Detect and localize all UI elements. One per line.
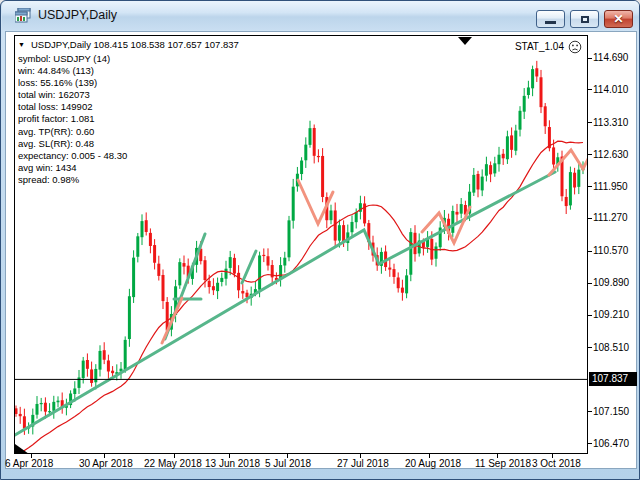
chart-client-area: ▼ USDJPY,Daily 108.415 108.538 107.657 1… — [5, 31, 637, 469]
candle-body — [317, 156, 320, 157]
candle-body — [552, 147, 555, 164]
indicator-name-label: STAT_1.04 — [432, 41, 564, 52]
candle-body — [48, 411, 51, 412]
candle-body — [162, 275, 165, 301]
price-axis-tick — [588, 122, 592, 123]
time-axis-label: 5 Jul 2018 — [265, 458, 311, 469]
candle-body — [498, 155, 501, 165]
sad-face-icon — [568, 40, 582, 54]
candle-body — [485, 164, 488, 175]
candle-body — [510, 135, 513, 149]
candle-body — [258, 255, 261, 289]
bid-price-label: 107.837 — [589, 372, 637, 386]
candle-body — [157, 264, 160, 276]
candle-body — [523, 96, 526, 112]
time-axis-label: 11 Sep 2018 — [475, 458, 531, 469]
time-axis-label: 30 Apr 2018 — [79, 458, 133, 469]
candle-body — [456, 212, 459, 215]
candle-body — [153, 245, 156, 263]
candle-body — [435, 246, 438, 258]
candle-body — [451, 211, 454, 233]
candle-body — [388, 268, 391, 270]
candle-body — [351, 222, 354, 232]
time-axis-label: 27 Jul 2018 — [337, 458, 389, 469]
price-axis-label: 114.010 — [593, 84, 637, 95]
candle-body — [540, 77, 543, 107]
candle-body — [300, 161, 303, 174]
price-axis-tick — [588, 283, 592, 284]
candle-body — [145, 220, 148, 232]
stat-line: expectancy: 0.005 - 48.30 — [18, 150, 127, 162]
indicator-stats-block: symbol: USDJPY (14)win: 44.84% (113)loss… — [18, 53, 127, 186]
price-axis-tick — [588, 347, 592, 348]
candle-body — [124, 340, 127, 370]
candle-body — [149, 233, 152, 246]
candle-body — [283, 258, 286, 266]
time-axis-label: 20 Aug 2018 — [405, 458, 461, 469]
stat-line: avg. SL(RR): 0.48 — [18, 138, 127, 150]
ohlc-info-text: USDJPY,Daily 108.415 108.538 107.657 107… — [31, 39, 239, 50]
candle-body — [94, 369, 97, 382]
candle-body — [535, 68, 538, 76]
candle-body — [338, 225, 341, 240]
price-axis-label: 111.950 — [593, 181, 637, 192]
candle-body — [141, 221, 144, 237]
price-axis-tick — [588, 251, 592, 252]
stat-line: total win: 162073 — [18, 89, 127, 101]
candle-body — [36, 404, 39, 415]
stat-line: total loss: 149902 — [18, 101, 127, 113]
candle-body — [82, 361, 85, 378]
stat-line: avg. TP(RR): 0.60 — [18, 126, 127, 138]
time-axis-label: 22 May 2018 — [144, 458, 202, 469]
candle-body — [241, 291, 244, 293]
candle-body — [183, 263, 186, 267]
chevron-down-icon: ▼ — [18, 41, 25, 48]
candle-body — [288, 220, 291, 257]
candle-body — [208, 281, 211, 287]
candle-body — [267, 256, 270, 265]
time-axis-label: 6 Apr 2018 — [5, 458, 53, 469]
chart-window: USDJPY,Daily ✕ ▼ USDJPY,Daily 108.415 10… — [0, 0, 640, 480]
stat-line: avg win: 1434 — [18, 162, 127, 174]
stat-line: symbol: USDJPY (14) — [18, 53, 127, 65]
candle-body — [313, 128, 316, 156]
candle-body — [107, 360, 110, 371]
price-axis-label: 109.890 — [593, 277, 637, 288]
price-axis-label: 113.310 — [593, 117, 637, 128]
candle-body — [481, 177, 484, 191]
candle-body — [229, 257, 232, 268]
price-axis-label: 110.570 — [593, 245, 637, 256]
candle-body — [321, 156, 324, 197]
candle-body — [86, 360, 89, 369]
candle-body — [57, 401, 60, 403]
candle-body — [393, 269, 396, 277]
candle-body — [309, 128, 312, 145]
candle-body — [132, 258, 135, 297]
candle-body — [128, 296, 131, 339]
candle-body — [212, 286, 215, 290]
time-axis-label: 13 Jun 2018 — [205, 458, 260, 469]
price-axis-tick — [588, 411, 592, 412]
price-axis-label: 106.470 — [593, 438, 637, 449]
price-axis-tick — [588, 315, 592, 316]
candle-body — [401, 288, 404, 293]
candle-body — [103, 350, 106, 360]
price-axis-tick — [588, 443, 592, 444]
candle-body — [397, 277, 400, 288]
candle-body — [262, 255, 265, 256]
candle-body — [502, 154, 505, 159]
price-axis-label: 107.150 — [593, 406, 637, 417]
candle-body — [52, 402, 55, 411]
candle-body — [519, 111, 522, 130]
candle-body — [19, 414, 22, 416]
price-axis-tick — [588, 186, 592, 187]
candle-body — [565, 197, 568, 206]
stat-line: profit factor: 1.081 — [18, 113, 127, 125]
candle-body — [514, 131, 517, 151]
candle-body — [292, 187, 295, 221]
candle-body — [544, 106, 547, 126]
price-axis-label: 111.270 — [593, 212, 637, 223]
candle-body — [237, 273, 240, 290]
candle-body — [73, 388, 76, 394]
candle-body — [220, 278, 223, 282]
